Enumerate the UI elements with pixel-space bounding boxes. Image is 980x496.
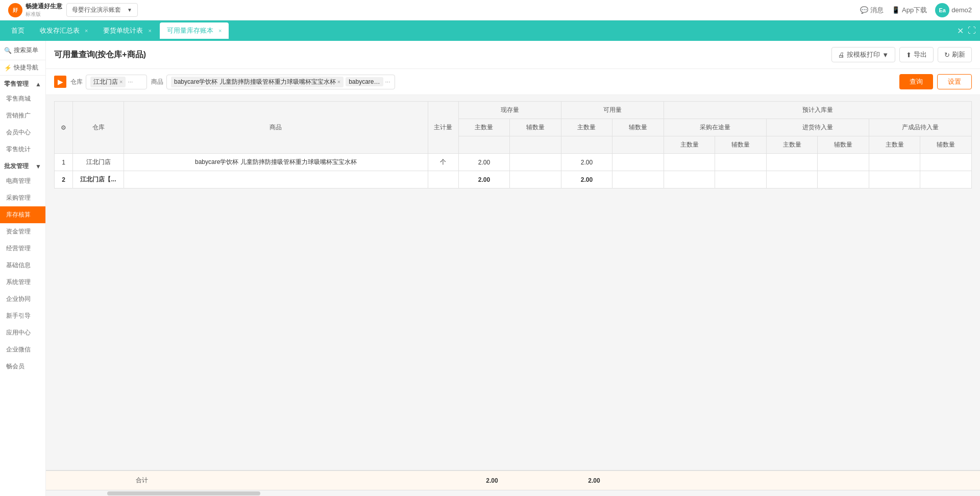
sidebar-group-retail[interactable]: 零售管理 ▲ (0, 76, 45, 90)
tab-receive-pay[interactable]: 收发存汇总表 × (33, 22, 95, 39)
available-inventory-label: 可用量库存账本 (167, 26, 213, 35)
sidebar-item-collab[interactable]: 企业协同 (0, 291, 45, 308)
col-unit: 主计量 (428, 102, 458, 154)
col-avail-aux: 辅数量 (612, 119, 664, 136)
product-tag-container[interactable]: babycare学饮杯 儿童防摔防撞吸管杯重力球吸嘴杯宝宝水杯 × babyca… (166, 75, 395, 89)
print-chevron-icon: ▼ (882, 51, 889, 59)
message-btn[interactable]: 💬 消息 (860, 6, 884, 15)
sidebar-item-system[interactable]: 系统管理 (0, 274, 45, 291)
sidebar-item-member-center[interactable]: 会员中心 (0, 124, 45, 141)
sidebar-item-app-center[interactable]: 应用中心 (0, 324, 45, 341)
top-bar-right: 💬 消息 📱 App下载 Ea demo2 (860, 3, 972, 17)
sidebar-item-purchase[interactable]: 采购管理 (0, 190, 45, 206)
top-bar: 好 畅捷通好生意 标准版 母婴行业演示账套 ▼ 💬 消息 📱 App下载 Ea … (0, 0, 980, 20)
warehouse-more-icon[interactable]: ··· (128, 78, 133, 85)
export-icon: ⬆ (906, 51, 912, 59)
warehouse-tag: 江北门店 × (90, 77, 126, 87)
row1-avail-main: 2.00 (561, 154, 612, 171)
tab-available-inventory[interactable]: 可用量库存账本 × (160, 22, 229, 39)
footer-current-main: 2.00 (472, 477, 512, 484)
sub-avail-main-empty (561, 136, 612, 154)
logo-text-group: 畅捷通好生意 标准版 (26, 2, 62, 18)
settings-btn[interactable]: 设置 (937, 74, 972, 89)
settings-gear-icon[interactable]: ⚙ (61, 124, 66, 131)
sidebar-item-basic[interactable]: 基础信息 (0, 257, 45, 274)
filter-expand-btn[interactable]: ▶ (54, 76, 66, 88)
table-footer: 合计 2.00 2.00 (46, 470, 980, 490)
export-btn[interactable]: ⬆ 导出 (899, 47, 934, 62)
sidebar-item-finance[interactable]: 资金管理 (0, 223, 45, 240)
message-icon: 💬 (860, 6, 868, 14)
horizontal-scrollbar[interactable] (46, 490, 980, 496)
warehouse-tag-container[interactable]: 江北门店 × ··· (86, 75, 147, 89)
col-production-pending: 产成品待入量 (869, 119, 971, 136)
warehouse-label: 仓库 (70, 78, 83, 86)
industry-selector[interactable]: 母婴行业演示账套 ▼ (66, 3, 138, 17)
product-more-icon[interactable]: ··· (385, 78, 390, 85)
print-icon: 🖨 (838, 51, 845, 59)
row1-current-aux (510, 154, 561, 171)
sidebar-search[interactable]: 🔍 搜索菜单 (0, 41, 45, 60)
col-planned-inbound: 预计入库量 (664, 102, 971, 119)
sub-production-aux: 辅数量 (920, 136, 972, 154)
col-current-main: 主数量 (458, 119, 510, 136)
chevron-down-icon: ▼ (127, 7, 132, 13)
row1-warehouse: 江北门店 (73, 154, 124, 171)
row1-purchase-aux (715, 154, 767, 171)
close-available-inventory-icon[interactable]: × (218, 28, 222, 34)
refresh-btn[interactable]: ↻ 刷新 (938, 47, 972, 62)
row2-index: 2 (55, 171, 73, 188)
row2-production-main (869, 171, 920, 188)
logo-main-text: 畅捷通好生意 (26, 2, 62, 11)
col-warehouse: 仓库 (73, 102, 124, 154)
row2-avail-main: 2.00 (561, 171, 612, 188)
receive-pay-label: 收发存汇总表 (40, 26, 80, 35)
sidebar-group-wholesale[interactable]: 批发管理 ▼ (0, 158, 45, 173)
search-icon: 🔍 (4, 47, 12, 54)
remove-product-1-icon[interactable]: × (337, 79, 340, 85)
row1-incoming-main (766, 154, 818, 171)
row2-incoming-aux (818, 171, 869, 188)
scroll-thumb[interactable] (107, 491, 260, 495)
page-actions: 🖨 按模板打印 ▼ ⬆ 导出 ↻ 刷新 (831, 47, 972, 62)
sidebar-item-ecommerce[interactable]: 电商管理 (0, 173, 45, 190)
sidebar-item-wecom[interactable]: 企业微信 (0, 341, 45, 358)
tab-order-stats[interactable]: 要货单统计表 × (96, 22, 158, 39)
row2-incoming-main (766, 171, 818, 188)
col-gear[interactable]: ⚙ (55, 102, 73, 154)
sidebar-quick-nav[interactable]: ⚡ 快捷导航 (0, 60, 45, 76)
phone-icon: 📱 (892, 6, 900, 14)
sidebar-item-marketing[interactable]: 营销推广 (0, 107, 45, 124)
product-label: 商品 (151, 78, 163, 86)
sidebar-item-inventory[interactable]: 库存核算 (0, 206, 45, 223)
row2-current-main: 2.00 (458, 171, 510, 188)
col-current-stock: 现存量 (458, 102, 561, 119)
row1-production-aux (920, 154, 972, 171)
col-available: 可用量 (561, 102, 664, 119)
app-download-btn[interactable]: 📱 App下载 (892, 6, 927, 15)
user-avatar-btn[interactable]: Ea demo2 (935, 3, 972, 17)
product-tag-1: babycare学饮杯 儿童防摔防撞吸管杯重力球吸嘴杯宝宝水杯 × (171, 77, 344, 87)
sidebar-item-retail-stats[interactable]: 零售统计 (0, 141, 45, 158)
query-btn[interactable]: 查询 (899, 74, 933, 89)
remove-warehouse-icon[interactable]: × (119, 79, 122, 85)
row2-warehouse: 江北门店【... (73, 171, 124, 188)
maximize-icon[interactable]: ⛶ (968, 26, 976, 35)
close-receive-pay-icon[interactable]: × (85, 28, 88, 34)
sub-incoming-aux: 辅数量 (818, 136, 869, 154)
sidebar-item-member[interactable]: 畅会员 (0, 358, 45, 375)
close-window-icon[interactable]: ✕ (957, 26, 964, 36)
row2-current-aux (510, 171, 561, 188)
filter-section: ▶ 仓库 江北门店 × ··· 商品 babycare学饮杯 儿童防摔防撞吸管杯… (46, 69, 980, 95)
avatar: Ea (935, 3, 949, 17)
close-order-stats-icon[interactable]: × (148, 28, 151, 34)
chevron-down-icon: ▼ (35, 163, 41, 170)
page-title: 可用量查询(按仓库+商品) (54, 50, 146, 60)
sidebar-item-newbie[interactable]: 新手引导 (0, 308, 45, 324)
nav-icon: ⚡ (4, 64, 12, 72)
sub-incoming-main: 主数量 (766, 136, 818, 154)
tab-home[interactable]: 首页 (4, 22, 32, 39)
print-btn[interactable]: 🖨 按模板打印 ▼ (831, 47, 895, 62)
sidebar-item-retail-shop[interactable]: 零售商城 (0, 90, 45, 107)
sidebar-item-operations[interactable]: 经营管理 (0, 240, 45, 257)
